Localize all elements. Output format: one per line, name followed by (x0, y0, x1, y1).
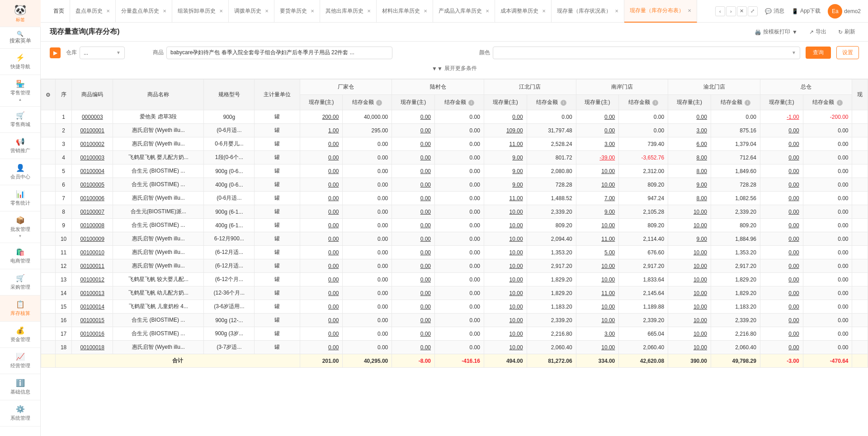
code-cell[interactable]: 00100010 (72, 246, 113, 259)
jiangbei-cur-cell[interactable]: 10.00 (484, 327, 527, 341)
tab-material-out[interactable]: 材料出库单历史 ✕ (377, 0, 433, 23)
lucun-cur-cell[interactable]: 0.00 (392, 341, 435, 354)
close-icon[interactable]: ✕ (424, 9, 427, 14)
color-input[interactable]: ▼ (493, 47, 800, 59)
total-cur-cell[interactable]: 0.00 (760, 192, 803, 205)
sidebar-item-basics[interactable]: ℹ️ 基础信息 (0, 374, 40, 400)
changjia-cur-cell[interactable]: 0.00 (300, 219, 343, 232)
code-cell[interactable]: 00100005 (72, 178, 113, 192)
print-btn[interactable]: 🖨️ 按模板打印 ▼ (751, 26, 801, 38)
lucun-cur-cell[interactable]: 0.00 (392, 327, 435, 341)
code-cell[interactable]: 00100001 (72, 124, 113, 137)
lucun-cur-cell[interactable]: 0.00 (392, 137, 435, 151)
yubei-cur-cell[interactable]: 8.00 (668, 164, 711, 178)
lucun-cur-cell[interactable]: 0.00 (392, 151, 435, 164)
yubei-cur-cell[interactable]: 10.00 (668, 286, 711, 300)
total-cur-cell[interactable]: 0.00 (760, 273, 803, 286)
code-cell[interactable]: 00100014 (72, 300, 113, 314)
total-cur-cell[interactable]: 0.00 (760, 327, 803, 341)
tab-product-in[interactable]: 产成品入库单历史 ✕ (433, 0, 495, 23)
changjia-cur-cell[interactable]: 0.00 (300, 341, 343, 354)
changjia-cur-cell[interactable]: 0.00 (300, 232, 343, 246)
lucun-cur-cell[interactable]: 0.00 (392, 300, 435, 314)
close-icon[interactable]: ✕ (486, 9, 489, 14)
nanan-cur-cell[interactable]: 10.00 (576, 259, 619, 273)
jiangbei-cur-cell[interactable]: 10.00 (484, 219, 527, 232)
code-cell[interactable]: 00100018 (72, 341, 113, 354)
message-btn[interactable]: 💬 消息 (765, 7, 784, 15)
info-icon[interactable]: i (468, 100, 474, 106)
jiangbei-cur-cell[interactable]: 0.00 (484, 110, 527, 124)
yubei-cur-cell[interactable]: 10.00 (668, 219, 711, 232)
info-icon[interactable]: i (561, 100, 566, 106)
jiangbei-cur-cell[interactable]: 10.00 (484, 300, 527, 314)
nanan-cur-cell[interactable]: 0.00 (576, 124, 619, 137)
total-cur-cell[interactable]: 0.00 (760, 219, 803, 232)
tab-purchase-order[interactable]: 要货单历史 ✕ (274, 0, 320, 23)
tab-close-btn[interactable]: ✕ (737, 6, 747, 16)
sidebar-item-marketing[interactable]: 📢 营销推广 (0, 133, 40, 159)
yubei-cur-cell[interactable]: 8.00 (668, 151, 711, 164)
code-cell[interactable]: 00100002 (72, 137, 113, 151)
sidebar-item-finance[interactable]: 💰 资金管理 (0, 322, 40, 348)
sidebar-item-retail[interactable]: 🏪 零售管理 ▲ (0, 75, 40, 107)
lucun-cur-cell[interactable]: 0.00 (392, 286, 435, 300)
total-cur-cell[interactable]: 0.00 (760, 164, 803, 178)
nanan-cur-cell[interactable]: 0.00 (576, 110, 619, 124)
changjia-cur-cell[interactable]: 0.00 (300, 300, 343, 314)
yubei-cur-cell[interactable]: 10.00 (668, 259, 711, 273)
lucun-cur-cell[interactable]: 0.00 (392, 164, 435, 178)
sidebar-item-system[interactable]: ⚙️ 系统管理 (0, 400, 40, 427)
changjia-cur-cell[interactable]: 0.00 (300, 192, 343, 205)
tab-home[interactable]: 首页 (48, 0, 70, 23)
close-icon[interactable]: ✕ (542, 9, 546, 14)
tab-prev-btn[interactable]: ‹ (715, 6, 725, 16)
total-cur-cell[interactable]: 0.00 (760, 151, 803, 164)
info-icon[interactable]: i (376, 100, 382, 106)
tab-current-warehouse[interactable]: 现存量（库存状况表） ✕ (552, 0, 624, 23)
jiangbei-cur-cell[interactable]: 10.00 (484, 286, 527, 300)
changjia-cur-cell[interactable]: 0.00 (300, 151, 343, 164)
changjia-cur-cell[interactable]: 0.00 (300, 246, 343, 259)
sidebar-item-inventory[interactable]: 📋 库存核算 (0, 295, 40, 322)
nanan-cur-cell[interactable]: 10.00 (576, 314, 619, 327)
code-cell[interactable]: 00100006 (72, 192, 113, 205)
nanan-cur-cell[interactable]: 10.00 (576, 341, 619, 354)
changjia-cur-cell[interactable]: 0.00 (300, 314, 343, 327)
total-cur-cell[interactable]: 0.00 (760, 246, 803, 259)
warehouse-input[interactable]: ... ▼ (80, 47, 125, 59)
export-btn[interactable]: ↗ 导出 (806, 26, 830, 38)
nanan-cur-cell[interactable]: 10.00 (576, 164, 619, 178)
query-button[interactable]: 查询 (806, 47, 831, 59)
total-cur-cell[interactable]: 0.00 (760, 124, 803, 137)
jiangbei-cur-cell[interactable]: 11.00 (484, 192, 527, 205)
total-cur-cell[interactable]: 0.00 (760, 341, 803, 354)
changjia-cur-cell[interactable]: 0.00 (300, 137, 343, 151)
code-cell[interactable]: 00100003 (72, 151, 113, 164)
code-cell[interactable]: 00100004 (72, 164, 113, 178)
nanan-cur-cell[interactable]: -39.00 (576, 151, 619, 164)
close-icon[interactable]: ✕ (265, 9, 269, 14)
sidebar-item-retail-mall[interactable]: 🛒 零售商城 (0, 107, 40, 133)
yubei-cur-cell[interactable]: 10.00 (668, 205, 711, 219)
nanan-cur-cell[interactable]: 5.00 (576, 246, 619, 259)
total-cur-cell[interactable]: 0.00 (760, 205, 803, 219)
lucun-cur-cell[interactable]: 0.00 (392, 178, 435, 192)
table-container[interactable]: ⚙ 序 商品编码 商品名称 规格型号 主计量单位 厂家仓 陆村仓 江北门店 南岸… (41, 79, 868, 436)
yubei-cur-cell[interactable]: 3.00 (668, 124, 711, 137)
lucun-cur-cell[interactable]: 0.00 (392, 273, 435, 286)
changjia-cur-cell[interactable]: 0.00 (300, 286, 343, 300)
tab-next-btn[interactable]: › (726, 6, 736, 16)
total-cur-cell[interactable]: 0.00 (760, 314, 803, 327)
yubei-cur-cell[interactable]: 9.00 (668, 178, 711, 192)
yubei-cur-cell[interactable]: 9.00 (668, 232, 711, 246)
code-cell[interactable]: 0000003 (72, 110, 113, 124)
close-icon[interactable]: ✕ (219, 9, 223, 14)
info-icon[interactable]: i (837, 100, 843, 106)
info-icon[interactable]: i (652, 100, 658, 106)
yubei-cur-cell[interactable]: 0.00 (668, 110, 711, 124)
nanan-cur-cell[interactable]: 10.00 (576, 178, 619, 192)
lucun-cur-cell[interactable]: 0.00 (392, 259, 435, 273)
yubei-cur-cell[interactable]: 10.00 (668, 246, 711, 259)
total-cur-cell[interactable]: -1.00 (760, 110, 803, 124)
